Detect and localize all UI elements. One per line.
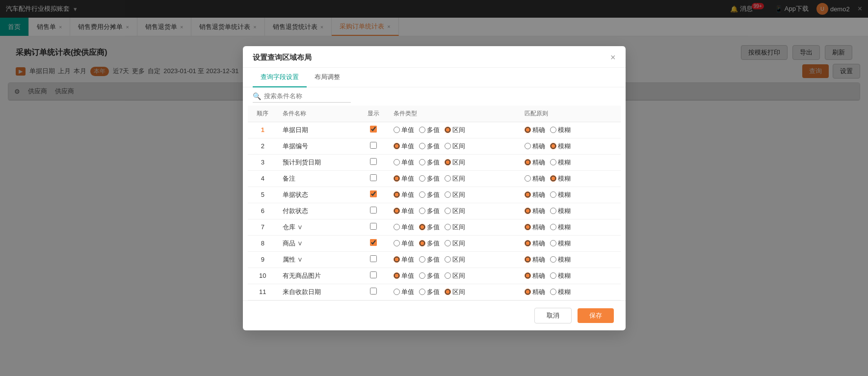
modal-overlay: 设置查询区域布局 × 查询字段设置 布局调整 🔍 顺序 <box>0 0 868 107</box>
modal-tabs: 查询字段设置 布局调整 <box>243 68 626 87</box>
search-box: 🔍 <box>253 92 351 103</box>
search-input[interactable] <box>264 92 342 100</box>
col-display: 显示 <box>358 106 389 107</box>
search-icon: 🔍 <box>253 92 261 100</box>
modal-tab-layout[interactable]: 布局调整 <box>307 68 348 87</box>
modal-search-area: 🔍 <box>243 87 626 106</box>
modal-close-btn[interactable]: × <box>610 53 616 62</box>
modal-tab-query[interactable]: 查询字段设置 <box>253 68 307 87</box>
modal-title: 设置查询区域布局 <box>253 53 312 62</box>
modal-tab-layout-label: 布局调整 <box>315 73 340 81</box>
modal-tab-query-label: 查询字段设置 <box>261 73 299 81</box>
col-name: 条件名称 <box>278 106 358 107</box>
conditions-table: 顺序 条件名称 显示 条件类型 匹配原则 1单据日期单值多值区间精确模糊2单据编… <box>248 106 621 107</box>
col-order: 顺序 <box>248 106 278 107</box>
col-match: 匹配原则 <box>520 106 620 107</box>
settings-modal: 设置查询区域布局 × 查询字段设置 布局调整 🔍 顺序 <box>243 46 626 107</box>
col-type: 条件类型 <box>389 106 520 107</box>
modal-body: 顺序 条件名称 显示 条件类型 匹配原则 1单据日期单值多值区间精确模糊2单据编… <box>243 106 626 107</box>
modal-header: 设置查询区域布局 × <box>243 46 626 68</box>
